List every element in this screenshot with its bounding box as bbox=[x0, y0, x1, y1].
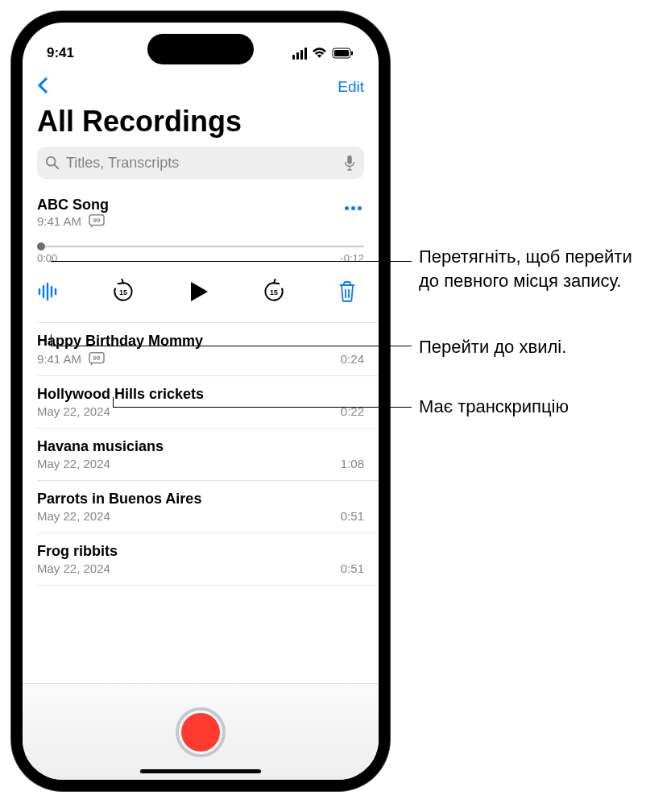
list-item-partial[interactable] bbox=[37, 586, 379, 603]
search-placeholder: Titles, Transcripts bbox=[66, 155, 337, 172]
svg-text:99: 99 bbox=[93, 354, 101, 362]
screen: 9:41 Edit All Recordings Titles, Transcr… bbox=[23, 23, 379, 780]
recording-duration: 1:08 bbox=[341, 457, 364, 470]
callout-line bbox=[51, 261, 412, 262]
elapsed-time: 0:00 bbox=[37, 252, 57, 264]
recording-title-partial bbox=[37, 595, 364, 603]
recording-title: ABC Song bbox=[37, 197, 109, 213]
recording-time: 9:41 AM bbox=[37, 214, 81, 228]
trash-icon bbox=[337, 280, 358, 303]
cellular-icon bbox=[292, 48, 307, 60]
recording-title: Hollywood Hills crickets bbox=[37, 386, 364, 403]
scrubber-thumb[interactable] bbox=[37, 242, 45, 251]
page-title: All Recordings bbox=[23, 103, 379, 147]
recording-expanded[interactable]: ABC Song 9:41 AM 99 0:00 bbox=[37, 187, 379, 323]
svg-rect-2 bbox=[351, 52, 353, 56]
svg-rect-1 bbox=[334, 50, 349, 56]
play-icon bbox=[186, 280, 210, 304]
record-bar bbox=[23, 683, 379, 780]
callout-text: Перейти до хвилі. bbox=[419, 335, 652, 359]
callout-text: Має транскрипцію bbox=[419, 395, 652, 419]
recording-duration: 0:51 bbox=[341, 509, 364, 523]
svg-text:15: 15 bbox=[270, 288, 278, 296]
recording-sub: May 22, 2024 bbox=[37, 404, 110, 418]
playback-scrubber[interactable] bbox=[37, 244, 364, 249]
svg-point-3 bbox=[47, 157, 56, 166]
list-item[interactable]: Havana musicians May 22, 2024 1:08 bbox=[37, 429, 379, 481]
battery-icon bbox=[332, 48, 354, 59]
recording-sub: May 22, 2024 bbox=[37, 457, 110, 470]
list-item[interactable]: Parrots in Buenos Aires May 22, 2024 0:5… bbox=[37, 481, 379, 533]
callout-line bbox=[51, 346, 412, 346]
play-button[interactable] bbox=[186, 280, 210, 307]
transcript-icon: 99 bbox=[88, 213, 106, 228]
delete-button[interactable] bbox=[337, 280, 358, 306]
nav-bar: Edit bbox=[23, 71, 379, 103]
dictate-icon[interactable] bbox=[343, 155, 356, 171]
recording-title: Havana musicians bbox=[37, 438, 364, 455]
skip-forward-icon: 15 bbox=[261, 279, 287, 304]
time-labels: 0:00 -0:12 bbox=[37, 252, 364, 264]
more-button[interactable] bbox=[342, 197, 364, 219]
svg-marker-14 bbox=[191, 282, 208, 301]
ellipsis-icon bbox=[345, 206, 362, 210]
svg-text:99: 99 bbox=[93, 217, 101, 224]
recording-duration: 0:24 bbox=[341, 352, 364, 366]
waveform-icon bbox=[37, 282, 60, 301]
scrubber-track bbox=[37, 246, 364, 247]
status-time: 9:41 bbox=[47, 45, 74, 61]
wifi-icon bbox=[312, 48, 327, 59]
waveform-button[interactable] bbox=[37, 282, 60, 304]
recording-title: Frog ribbits bbox=[37, 543, 364, 560]
back-button[interactable] bbox=[37, 77, 48, 97]
transcript-icon: 99 bbox=[88, 351, 106, 366]
callout-text: Перетягніть, щоб перейти до певного місц… bbox=[419, 245, 652, 292]
phone-frame: 9:41 Edit All Recordings Titles, Transcr… bbox=[11, 11, 390, 791]
dynamic-island bbox=[147, 34, 254, 64]
callout-line bbox=[51, 334, 52, 346]
list-item[interactable]: Hollywood Hills crickets May 22, 2024 0:… bbox=[37, 376, 379, 429]
recording-title: Parrots in Buenos Aires bbox=[37, 491, 364, 508]
recording-duration: 0:51 bbox=[341, 561, 364, 575]
skip-back-button[interactable]: 15 bbox=[110, 279, 136, 308]
status-indicators bbox=[292, 48, 354, 60]
recording-sub: 9:41 AM bbox=[37, 352, 81, 366]
record-icon bbox=[181, 713, 220, 752]
playback-controls: 15 15 bbox=[37, 279, 364, 313]
search-input[interactable]: Titles, Transcripts bbox=[37, 147, 364, 179]
home-indicator[interactable] bbox=[140, 769, 261, 773]
callout-line bbox=[113, 397, 114, 407]
list-item[interactable]: Frog ribbits May 22, 2024 0:51 bbox=[37, 533, 379, 586]
skip-back-icon: 15 bbox=[110, 279, 136, 304]
search-icon bbox=[45, 155, 60, 170]
recording-sub: May 22, 2024 bbox=[37, 509, 110, 523]
recording-title: Happy Birthday Mommy bbox=[37, 333, 364, 350]
edit-button[interactable]: Edit bbox=[338, 78, 364, 96]
recording-sub: May 22, 2024 bbox=[37, 561, 110, 575]
list-item[interactable]: Happy Birthday Mommy 9:41 AM 99 0:24 bbox=[37, 323, 379, 376]
svg-rect-5 bbox=[347, 155, 351, 164]
callout-line bbox=[113, 407, 412, 408]
svg-line-4 bbox=[55, 165, 59, 169]
record-button[interactable] bbox=[176, 707, 226, 757]
remaining-time: -0:12 bbox=[340, 252, 364, 264]
chevron-left-icon bbox=[37, 77, 48, 94]
svg-text:15: 15 bbox=[119, 288, 127, 296]
skip-forward-button[interactable]: 15 bbox=[261, 279, 287, 308]
